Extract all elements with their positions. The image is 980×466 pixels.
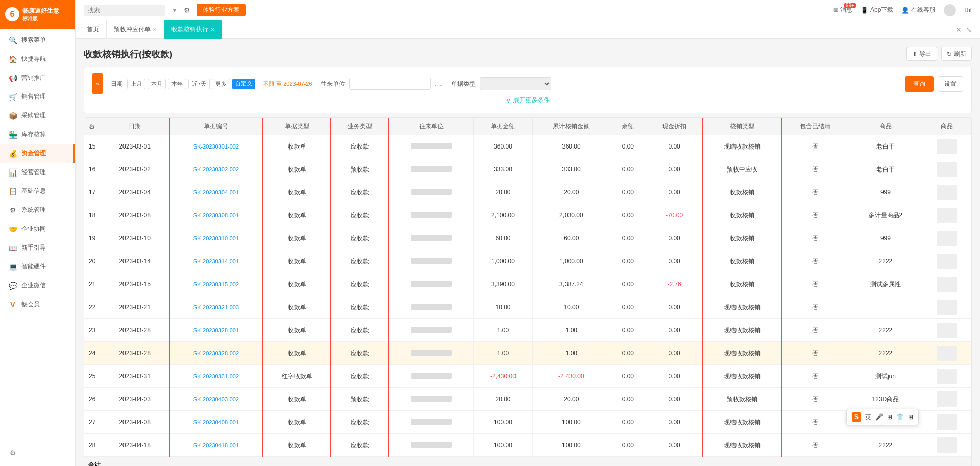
row-partner [388, 319, 474, 342]
date-btn-this-year[interactable]: 本年 [168, 79, 186, 89]
sidebar-item-label: 资金管理 [21, 149, 46, 158]
row-doc-no[interactable]: SK-20230301-002 [169, 135, 263, 158]
row-date: 2023-04-08 [101, 411, 169, 434]
row-date: 2023-03-21 [101, 296, 169, 319]
row-doc-type: 收款单 [263, 411, 331, 434]
row-product: 123D商品 [849, 388, 922, 411]
tabs-close-icon[interactable]: ✕ [955, 26, 962, 34]
tab-collection[interactable]: 收款核销执行 ✕ [164, 20, 222, 39]
sidebar-item-settings[interactable]: ⚙ [0, 444, 75, 462]
user-avatar[interactable] [944, 4, 956, 16]
sidebar-item-system[interactable]: ⚙ 系统管理 [0, 201, 75, 219]
col-date: 日期 [101, 118, 169, 135]
voucher-type-select[interactable] [480, 77, 551, 90]
row-include-clear: 否 [781, 135, 849, 158]
row-no: 17 [84, 181, 101, 204]
sidebar-item-operations[interactable]: 📊 经营管理 [0, 163, 75, 182]
topbar-gear-icon[interactable]: ⚙ [184, 6, 190, 14]
row-product2 [922, 319, 971, 342]
filter-expand-button[interactable]: » [92, 73, 103, 94]
row-doc-no[interactable]: SK-20230310-001 [169, 227, 263, 250]
col-gear[interactable]: ⚙ [84, 118, 101, 135]
row-doc-no[interactable]: SK-20230308-001 [169, 204, 263, 227]
tab-receivable[interactable]: 预收冲应付单 ✕ [107, 20, 164, 39]
row-product: 多计量商品2 [849, 204, 922, 227]
row-partner [388, 273, 474, 296]
tabs-right-icons: ✕ ⤡ [955, 26, 976, 34]
row-date: 2023-03-08 [101, 204, 169, 227]
row-verified: -2,430.00 [532, 365, 610, 388]
col-include-clear: 包含已结清 [781, 118, 849, 135]
partner-dots: ... [435, 80, 443, 87]
tab-collection-close[interactable]: ✕ [210, 27, 214, 32]
table-row: 19 2023-03-10 SK-20230310-001 收款单 应收款 60… [84, 227, 971, 250]
partner-filter-input[interactable] [349, 78, 431, 90]
expand-more-button[interactable]: ∨ 展开更多条件 [506, 96, 550, 105]
tab-home[interactable]: 首页 [80, 20, 107, 39]
messages-button[interactable]: ✉ 消息 99+ [833, 6, 852, 14]
search-icon: 🔍 [8, 36, 17, 44]
inventory-icon: 🏪 [8, 131, 17, 139]
topbar-search-input[interactable] [84, 5, 165, 16]
row-doc-no[interactable]: SK-20230314-001 [169, 250, 263, 273]
row-balance: 0.00 [610, 365, 646, 388]
setting-button[interactable]: 设置 [938, 76, 963, 92]
row-discount: 0.00 [646, 342, 703, 365]
tab-receivable-close[interactable]: ✕ [153, 27, 157, 32]
gear-icon: ⚙ [89, 122, 95, 131]
sidebar-item-finance[interactable]: 💰 资金管理 [0, 144, 75, 163]
sidebar-item-marketing[interactable]: 📢 营销推广 [0, 68, 75, 87]
sidebar-item-guide[interactable]: 📖 新手引导 [0, 238, 75, 257]
row-doc-type: 收款单 [263, 250, 331, 273]
date-btn-last-month[interactable]: 上月 [127, 79, 145, 89]
online-service-button[interactable]: 👤 在线客服 [901, 6, 936, 14]
row-doc-no[interactable]: SK-20230331-002 [169, 365, 263, 388]
row-doc-no[interactable]: SK-20230403-002 [169, 388, 263, 411]
row-doc-no[interactable]: SK-20230328-001 [169, 319, 263, 342]
sidebar-item-hardware[interactable]: 💻 智能硬件 [0, 257, 75, 276]
main-area: ▼ ⚙ 体验行业方案 ✉ 消息 99+ 📱 App下载 👤 在线客服 Rit 首… [76, 0, 980, 466]
date-btn-more[interactable]: 更多 [212, 79, 230, 89]
solution-button[interactable]: 体验行业方案 [197, 4, 246, 16]
row-verified: 60.00 [532, 227, 610, 250]
row-amount: -2,430.00 [474, 365, 533, 388]
date-custom-badge: 自定义 [232, 79, 255, 89]
row-biz-type: 预收款 [331, 388, 388, 411]
sidebar-item-enterprise[interactable]: 🤝 企业协同 [0, 219, 75, 238]
sidebar-item-purchase[interactable]: 📦 采购管理 [0, 106, 75, 125]
sidebar-item-search[interactable]: 🔍 搜索菜单 [0, 31, 75, 50]
row-doc-no[interactable]: SK-20230328-002 [169, 342, 263, 365]
row-doc-no[interactable]: SK-20230315-002 [169, 273, 263, 296]
topbar-arrow-icon[interactable]: ▼ [172, 7, 178, 14]
row-doc-no[interactable]: SK-20230408-001 [169, 411, 263, 434]
row-partner [388, 388, 474, 411]
sidebar-item-base[interactable]: 📋 基础信息 [0, 182, 75, 201]
row-biz-type: 应收款 [331, 296, 388, 319]
row-verified: 360.00 [532, 135, 610, 158]
date-btn-7days[interactable]: 近7天 [188, 79, 210, 89]
col-verified: 累计核销金额 [532, 118, 610, 135]
row-no: 19 [84, 227, 101, 250]
row-amount: 100.00 [474, 411, 533, 434]
row-doc-no[interactable]: SK-20230302-002 [169, 158, 263, 181]
refresh-button[interactable]: ↻ 刷新 [941, 47, 972, 61]
row-verify-type: 现结收款核销 [703, 434, 781, 457]
query-button[interactable]: 查询 [905, 76, 934, 92]
row-doc-no[interactable]: SK-20230418-001 [169, 434, 263, 457]
row-product: 老白干 [849, 135, 922, 158]
sidebar-item-inventory[interactable]: 🏪 库存核算 [0, 125, 75, 144]
row-doc-no[interactable]: SK-20230304-001 [169, 181, 263, 204]
row-doc-no[interactable]: SK-20230321-003 [169, 296, 263, 319]
row-discount: 0.00 [646, 365, 703, 388]
sidebar-item-sales[interactable]: 🛒 销售管理 [0, 87, 75, 106]
tabs-expand-icon[interactable]: ⤡ [966, 26, 972, 34]
export-button[interactable]: ⬆ 导出 [906, 47, 937, 61]
row-partner [388, 342, 474, 365]
home-icon: 🏠 [8, 55, 17, 63]
date-btn-this-month[interactable]: 本月 [148, 79, 166, 89]
sidebar-item-wechat[interactable]: 💬 企业微信 [0, 276, 75, 295]
app-download-button[interactable]: 📱 App下载 [861, 6, 893, 14]
row-verified: 333.00 [532, 158, 610, 181]
sidebar-item-member[interactable]: V 畅会员 [0, 295, 75, 314]
sidebar-item-shortcuts[interactable]: 🏠 快捷导航 [0, 50, 75, 68]
